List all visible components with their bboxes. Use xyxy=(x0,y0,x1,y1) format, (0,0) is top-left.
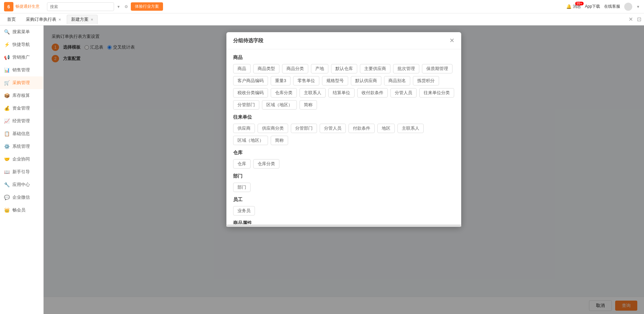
main-layout: 🔍 搜索菜单 ⚡ 快捷导航 📢 营销推广 📊 销售管理 🛒 采购管理 📦 库存核… xyxy=(0,25,644,314)
sidebar-item-enterprise[interactable]: 🤝 企业协同 xyxy=(0,153,43,166)
modal-body: 商品 商品 商品类型 商品分类 产地 默认仓库 主要供应商 批次管理 保质期管理… xyxy=(226,49,461,224)
experience-btn[interactable]: 体验行业方案 xyxy=(131,2,163,11)
field-tag-retail-unit[interactable]: 零售单位 xyxy=(293,76,319,85)
field-select-modal: 分组待选字段 ✕ 商品 商品 商品类型 商品分类 产地 默认仓库 主要供应商 批… xyxy=(226,32,461,227)
field-tag-main-contact2[interactable]: 主联系人 xyxy=(397,124,424,133)
field-tag-warehouse-category[interactable]: 仓库分类 xyxy=(271,88,297,98)
field-tag-staff-manage[interactable]: 分管人员 xyxy=(320,124,346,133)
field-tag-default-warehouse[interactable]: 默认仓库 xyxy=(331,64,357,73)
tab-purchase-order-close[interactable]: ✕ xyxy=(58,18,61,21)
sidebar-item-sales-label: 销售管理 xyxy=(12,67,30,73)
sidebar-item-system[interactable]: ⚙️ 系统管理 xyxy=(0,140,43,153)
field-tag-supervisor[interactable]: 分管人员 xyxy=(390,88,417,98)
avatar[interactable] xyxy=(624,3,632,11)
sidebar-item-guide-label: 新手引导 xyxy=(12,169,30,175)
field-tag-goods-alias[interactable]: 商品别名 xyxy=(384,76,410,85)
search-input[interactable] xyxy=(47,2,114,11)
sidebar-item-basic-info[interactable]: 📋 基础信息 xyxy=(0,127,43,140)
quick-nav-icon: ⚡ xyxy=(4,42,10,47)
sidebar-item-finance[interactable]: 💰 资金管理 xyxy=(0,102,43,115)
app-download[interactable]: App下载 xyxy=(585,4,600,9)
wechat-icon: 💬 xyxy=(4,195,10,200)
dropdown-arrow[interactable]: ▼ xyxy=(117,5,120,9)
tab-bar-close[interactable]: ✕ xyxy=(629,16,633,22)
sidebar-item-operations[interactable]: 📈 经营管理 xyxy=(0,115,43,127)
field-tag-area[interactable]: 地区 xyxy=(377,124,395,133)
field-tag-abbr[interactable]: 简称 xyxy=(300,100,317,110)
field-tag-region2[interactable]: 区域（地区） xyxy=(233,136,268,145)
sidebar: 🔍 搜索菜单 ⚡ 快捷导航 📢 营销推广 📊 销售管理 🛒 采购管理 📦 库存核… xyxy=(0,25,44,314)
field-tag-supplier-category[interactable]: 供应商分类 xyxy=(258,124,288,133)
field-tag-partner-category[interactable]: 往来单位分类 xyxy=(419,88,454,98)
sidebar-item-quick-nav[interactable]: ⚡ 快捷导航 xyxy=(0,38,43,51)
field-tag-abbr2[interactable]: 简称 xyxy=(271,136,288,145)
modal-close-btn[interactable]: ✕ xyxy=(449,37,454,44)
notification-area[interactable]: 🔔 消息 99+ xyxy=(566,4,581,9)
tab-bar-expand[interactable]: ⊡ xyxy=(637,16,641,22)
field-tag-goods-type[interactable]: 商品类型 xyxy=(253,64,279,73)
field-tag-tax-code[interactable]: 税收分类编码 xyxy=(233,88,268,98)
section-title-partner: 往来单位 xyxy=(233,114,454,120)
notification-icon: 🔔 xyxy=(566,4,572,9)
online-service[interactable]: 在线客服 xyxy=(604,4,620,9)
sidebar-item-inventory[interactable]: 📦 库存核算 xyxy=(0,89,43,102)
field-tag-spec-model[interactable]: 规格型号 xyxy=(322,76,348,85)
sidebar-item-marketing[interactable]: 📢 营销推广 xyxy=(0,51,43,64)
field-tag-origin[interactable]: 产地 xyxy=(311,64,328,73)
sidebar-item-vip[interactable]: 👑 畅会员 xyxy=(0,204,43,216)
sidebar-item-appstore[interactable]: 🔧 应用中心 xyxy=(0,178,43,191)
tab-new-plan-close[interactable]: ✕ xyxy=(91,18,93,21)
field-tag-dept-manage[interactable]: 分管部门 xyxy=(291,124,317,133)
notification-badge: 99+ xyxy=(575,2,584,5)
warehouse-field-grid: 仓库 仓库分类 xyxy=(233,159,454,169)
sidebar-item-purchase[interactable]: 🛒 采购管理 xyxy=(0,76,43,89)
field-tag-main-supplier[interactable]: 主要供应商 xyxy=(360,64,390,73)
sidebar-item-inventory-label: 库存核算 xyxy=(12,92,30,99)
user-dropdown[interactable]: ▼ xyxy=(636,5,640,9)
sidebar-item-basic-info-label: 基础信息 xyxy=(12,131,30,137)
field-tag-region[interactable]: 区域（地区） xyxy=(262,100,297,110)
basic-info-icon: 📋 xyxy=(4,131,10,136)
tab-purchase-order[interactable]: 采购订单执行表 ✕ xyxy=(21,15,65,24)
tab-home[interactable]: 首页 xyxy=(3,15,20,24)
finance-icon: 💰 xyxy=(4,106,10,111)
field-tag-supplier[interactable]: 供应商 xyxy=(233,124,255,133)
field-tag-customer-code[interactable]: 客户商品编码 xyxy=(233,76,268,85)
sidebar-item-vip-label: 畅会员 xyxy=(12,207,25,213)
marketing-icon: 📢 xyxy=(4,55,10,60)
sidebar-item-sales[interactable]: 📊 销售管理 xyxy=(0,64,43,76)
staff-field-grid: 业务员 xyxy=(233,206,454,215)
sidebar-item-quick-nav-label: 快捷导航 xyxy=(12,42,30,48)
settings-icon[interactable]: ⚙ xyxy=(124,4,128,9)
tab-home-label: 首页 xyxy=(7,16,16,22)
field-tag-expiry-mgmt[interactable]: 保质期管理 xyxy=(422,64,452,73)
field-tag-pay-terms[interactable]: 付款条件 xyxy=(348,124,375,133)
sidebar-item-search[interactable]: 🔍 搜索菜单 xyxy=(0,25,43,38)
sidebar-item-guide[interactable]: 📖 新手引导 xyxy=(0,166,43,178)
guide-icon: 📖 xyxy=(4,169,10,175)
field-tag-goods-category[interactable]: 商品分类 xyxy=(282,64,308,73)
field-tag-goods[interactable]: 商品 xyxy=(233,64,251,73)
field-tag-manage-dept[interactable]: 分管部门 xyxy=(233,100,259,110)
field-tag-warehouse-cat[interactable]: 仓库分类 xyxy=(253,159,279,169)
field-tag-payment-terms[interactable]: 收付款条件 xyxy=(357,88,388,98)
sidebar-item-marketing-label: 营销推广 xyxy=(12,54,30,60)
sidebar-item-system-label: 系统管理 xyxy=(12,143,30,149)
field-tag-settlement-unit[interactable]: 结算单位 xyxy=(328,88,355,98)
field-tag-pick-points[interactable]: 拣货积分 xyxy=(413,76,439,85)
field-tag-batch-mgmt[interactable]: 批次管理 xyxy=(393,64,419,73)
sidebar-item-wechat-label: 企业微信 xyxy=(12,194,30,200)
horizontal-scrollbar[interactable] xyxy=(226,224,461,227)
sidebar-item-wechat[interactable]: 💬 企业微信 xyxy=(0,191,43,204)
field-tag-dept[interactable]: 部门 xyxy=(233,183,251,192)
field-tag-warehouse[interactable]: 仓库 xyxy=(233,159,251,169)
field-tag-weight3[interactable]: 重量3 xyxy=(271,76,290,85)
modal-header: 分组待选字段 ✕ xyxy=(226,32,461,49)
tab-new-plan[interactable]: 新建方案 ✕ xyxy=(67,15,98,24)
field-tag-main-contact[interactable]: 主联系人 xyxy=(300,88,326,98)
system-icon: ⚙️ xyxy=(4,144,10,149)
field-tag-sales-staff[interactable]: 业务员 xyxy=(233,206,255,215)
field-tag-default-supplier[interactable]: 默认供应商 xyxy=(351,76,381,85)
sidebar-item-search-label: 搜索菜单 xyxy=(12,29,30,35)
tab-bar: 首页 采购订单执行表 ✕ 新建方案 ✕ ✕ ⊡ xyxy=(0,13,644,25)
